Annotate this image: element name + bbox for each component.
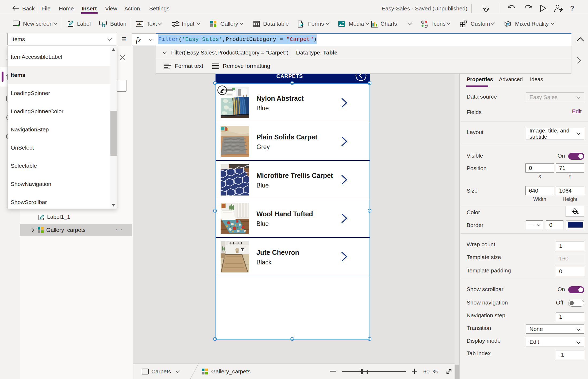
svg-text:Abc: Abc	[137, 23, 143, 26]
svg-text:fx: fx	[136, 36, 141, 44]
